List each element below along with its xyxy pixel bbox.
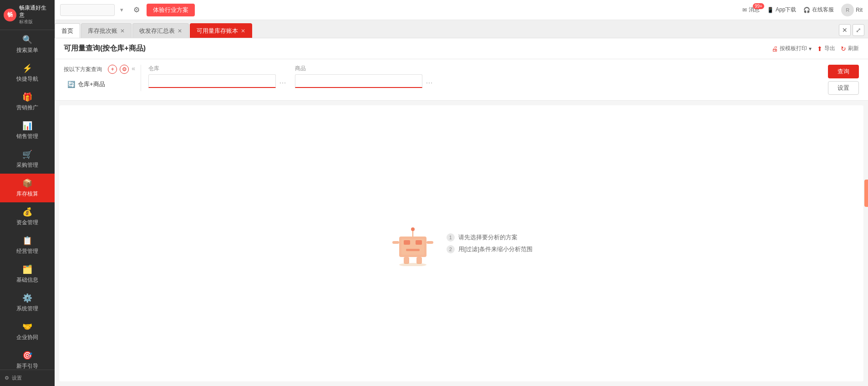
sidebar-item-basic[interactable]: 🗂️ 基础信息 <box>0 260 55 288</box>
filter-sidebar-icons: + ⚙ « <box>108 65 135 74</box>
tip-num-2: 2 <box>447 245 455 253</box>
empty-tip-2: 2 用[过滤]条件来缩小分析范围 <box>447 245 533 253</box>
empty-tip-1: 1 请先选择要分析的方案 <box>447 233 533 242</box>
collapse-btn[interactable]: « <box>132 65 135 74</box>
tabbar-actions: ✕ ⤢ <box>835 24 868 38</box>
warehouse-field: 仓库 … <box>148 65 288 88</box>
settings-btn[interactable]: 设置 <box>828 81 859 95</box>
goods-more-btn[interactable]: … <box>424 76 434 86</box>
sidebar-footer-label: 设置 <box>12 375 22 381</box>
scheme-item-warehouse-goods[interactable]: 🔄 仓库+商品 <box>64 77 135 91</box>
right-edge-handle[interactable] <box>864 180 868 207</box>
sidebar-item-purchase[interactable]: 🛒 采购管理 <box>0 145 55 174</box>
refresh-btn[interactable]: ↻ 刷新 <box>841 45 859 52</box>
sidebar-item-label-system: 系统管理 <box>16 305 38 313</box>
tab-close-all-btn[interactable]: ✕ <box>839 24 851 36</box>
search-input[interactable] <box>60 4 115 16</box>
search-dropdown-btn[interactable]: ▾ <box>117 5 127 15</box>
goods-field: 商品 … <box>295 65 434 88</box>
marketing-icon: 🎁 <box>22 92 32 102</box>
content-area: 可用量查询(按仓库+商品) 🖨 按模板打印 ▾ ⬆ 导出 ↻ 刷新 <box>55 38 868 386</box>
sidebar-item-finance[interactable]: 💰 资金管理 <box>0 202 55 231</box>
warehouse-more-btn[interactable]: … <box>278 76 288 86</box>
message-icon: ✉ <box>742 7 747 13</box>
basic-icon: 🗂️ <box>22 264 32 274</box>
filter-area: 按以下方案查询 + ⚙ « 🔄 仓库+商品 仓库 <box>55 59 868 101</box>
sidebar-item-enterprise[interactable]: 🤝 企业协同 <box>0 317 55 346</box>
template-print-btn[interactable]: 🖨 按模板打印 ▾ <box>772 45 812 52</box>
sidebar-footer[interactable]: ⚙ 设置 <box>0 370 55 386</box>
app-download-btn[interactable]: 📱 App下载 <box>767 6 796 14</box>
sidebar-item-system[interactable]: ⚙️ 系统管理 <box>0 288 55 317</box>
sidebar-item-label-shortcut: 快捷导航 <box>16 75 38 83</box>
sidebar-item-inventory[interactable]: 📦 库存核算 <box>0 174 55 202</box>
goods-label: 商品 <box>295 65 434 72</box>
tip-num-1: 1 <box>447 233 455 242</box>
query-btn[interactable]: 查询 <box>828 65 859 78</box>
customer-service-btn[interactable]: 🎧 在线客服 <box>803 6 834 14</box>
filter-scheme-label: 按以下方案查询 <box>64 66 102 73</box>
svg-rect-9 <box>404 257 409 264</box>
sidebar-item-sales[interactable]: 📊 销售管理 <box>0 116 55 145</box>
sidebar-header: 畅 畅康通好生意 标准版 <box>0 0 55 30</box>
goods-input-row: … <box>295 74 434 88</box>
svg-rect-3 <box>416 240 422 245</box>
topbar: ▾ ⚙ 体验行业方案 ✉ 消息 99+ 📱 App下载 🎧 在线客服 R <box>55 0 868 20</box>
goods-input[interactable] <box>295 74 422 88</box>
scheme-item-label: 仓库+商品 <box>78 80 105 88</box>
tab-available-ledger-close[interactable]: ✕ <box>241 28 245 34</box>
sidebar-item-label-inventory: 库存核算 <box>16 190 38 198</box>
tab-stock-summary-close[interactable]: ✕ <box>178 28 182 34</box>
refresh-icon: ↻ <box>841 45 846 52</box>
tab-available-ledger[interactable]: 可用量库存账本 ✕ <box>190 23 252 38</box>
export-btn[interactable]: ⬆ 导出 <box>817 45 835 52</box>
sidebar-item-marketing[interactable]: 🎁 营销推广 <box>0 87 55 116</box>
svg-rect-2 <box>404 240 410 245</box>
operations-icon: 📋 <box>22 236 32 246</box>
shortcut-icon: ⚡ <box>22 63 32 73</box>
sidebar-item-label-basic: 基础信息 <box>16 276 38 284</box>
empty-tips: 1 请先选择要分析的方案 2 用[过滤]条件来缩小分析范围 <box>447 233 533 253</box>
tab-home[interactable]: 首页 <box>55 23 80 38</box>
filter-sidebar-header: 按以下方案查询 + ⚙ « <box>64 65 135 74</box>
sidebar-item-newbie[interactable]: 🎯 新手引导 <box>0 346 55 370</box>
topbar-search-area: ▾ <box>60 4 127 16</box>
tab-stock-summary[interactable]: 收发存汇总表 ✕ <box>132 23 189 38</box>
sidebar-item-label-sales: 销售管理 <box>16 133 38 140</box>
sales-icon: 📊 <box>22 121 32 131</box>
topbar-settings-btn[interactable]: ⚙ <box>130 4 143 16</box>
settings-icon: ⚙ <box>5 375 9 381</box>
sidebar-item-shortcut[interactable]: ⚡ 快捷导航 <box>0 59 55 87</box>
scheme-settings-btn[interactable]: ⚙ <box>120 65 129 74</box>
tab-stock-summary-label: 收发存汇总表 <box>139 27 175 35</box>
sidebar-item-search[interactable]: 🔍 搜索菜单 <box>0 30 55 59</box>
warehouse-input[interactable] <box>148 74 276 88</box>
svg-point-11 <box>399 263 426 266</box>
trial-btn[interactable]: 体验行业方案 <box>147 4 195 16</box>
tip-text-2: 用[过滤]条件来缩小分析范围 <box>458 245 533 253</box>
main-content: ▾ ⚙ 体验行业方案 ✉ 消息 99+ 📱 App下载 🎧 在线客服 R <box>55 0 868 386</box>
message-badge: 99+ <box>753 3 764 9</box>
sidebar-item-operations[interactable]: 📋 经营管理 <box>0 231 55 260</box>
tab-batch-ledger[interactable]: 库存批次账 ✕ <box>81 23 132 38</box>
enterprise-icon: 🤝 <box>22 322 32 332</box>
user-avatar-btn[interactable]: R Rit <box>841 4 863 16</box>
add-scheme-btn[interactable]: + <box>108 65 117 74</box>
sidebar-nav: 🔍 搜索菜单 ⚡ 快捷导航 🎁 营销推广 📊 销售管理 🛒 采购管理 📦 库存核… <box>0 30 55 370</box>
tab-batch-ledger-close[interactable]: ✕ <box>120 28 125 34</box>
app-version: 标准版 <box>19 19 51 25</box>
svg-point-6 <box>411 227 415 231</box>
sidebar-item-label-purchase: 采购管理 <box>16 161 38 169</box>
app-name: 畅康通好生意 <box>19 5 51 19</box>
sidebar-item-label-enterprise: 企业协同 <box>16 334 38 341</box>
export-label: 导出 <box>824 45 835 52</box>
inventory-icon: 📦 <box>22 178 32 188</box>
message-btn[interactable]: ✉ 消息 99+ <box>742 6 760 14</box>
filter-action-btns: 查询 设置 <box>828 65 859 95</box>
tab-expand-btn[interactable]: ⤢ <box>853 24 864 36</box>
username: Rit <box>856 7 863 13</box>
print-dropdown-icon: ▾ <box>809 46 812 52</box>
app-title-block: 畅康通好生意 标准版 <box>19 5 51 25</box>
page-title: 可用量查询(按仓库+商品) <box>64 44 146 53</box>
tab-home-label: 首页 <box>61 27 73 35</box>
